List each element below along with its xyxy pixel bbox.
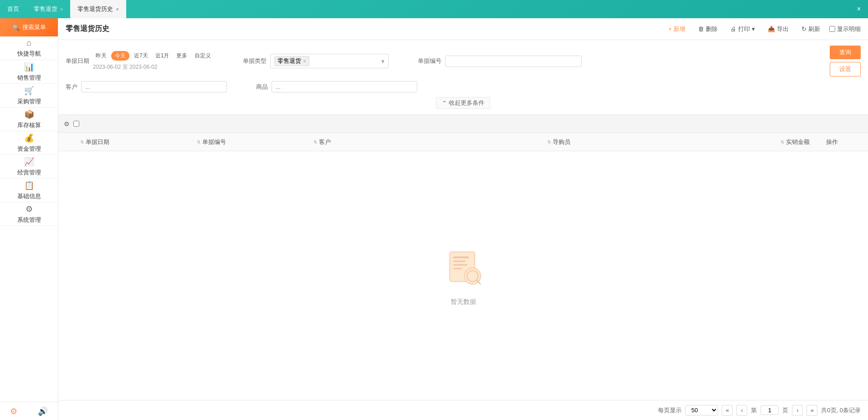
purchase-icon: 🛒 <box>24 86 34 96</box>
prev-page-button[interactable]: ‹ <box>736 405 747 416</box>
filter-goods-label: 商品 <box>256 83 268 91</box>
filter-no-input[interactable] <box>445 56 582 67</box>
table-header: ⇅ 单据日期 ⇅ 单据编号 ⇅ 客户 ⇅ 导购员 ⇅ 实销 <box>58 133 868 151</box>
tab-retail-return-label: 零售退货 <box>34 5 57 13</box>
page-input[interactable] <box>760 405 779 415</box>
delete-button[interactable]: 🗑 删除 <box>694 23 721 35</box>
page-title: 零售退货历史 <box>66 24 109 34</box>
date-shortcut-more[interactable]: 更多 <box>174 51 190 61</box>
th-date: ⇅ 单据日期 <box>80 138 197 146</box>
empty-text: 暂无数据 <box>451 298 476 306</box>
date-shortcut-today[interactable]: 今天 <box>111 51 129 61</box>
sidebar-search-label: 搜索菜单 <box>22 23 46 31</box>
filter-type-label: 单据类型 <box>243 57 267 65</box>
th-sort-date[interactable]: ⇅ <box>80 139 84 144</box>
total-info: 共0页, 0条记录 <box>821 406 861 415</box>
tab-retail-return-close[interactable]: × <box>60 6 63 12</box>
new-button[interactable]: + 新增 <box>665 23 689 35</box>
basic-info-icon: 📋 <box>24 180 34 190</box>
date-shortcut-1month[interactable]: 近1月 <box>153 51 172 61</box>
th-sort-no[interactable]: ⇅ <box>197 139 200 144</box>
filter-customer-input[interactable] <box>81 81 227 92</box>
page-unit: 页 <box>782 406 788 415</box>
table-settings-icon[interactable]: ⚙ <box>64 120 70 128</box>
search-icon: 🔍 <box>12 24 20 31</box>
print-button[interactable]: 🖨 打印 ▾ <box>727 23 759 35</box>
svg-rect-2 <box>453 261 466 262</box>
tab-home[interactable]: 首页 <box>0 0 26 18</box>
filter-type-dropdown-icon: ▾ <box>381 58 385 65</box>
sidebar-item-quick-nav[interactable]: ⌂ 快捷导航 <box>0 36 58 60</box>
date-shortcuts: 昨天 今天 近7天 近1月 更多 自定义 2023-06-02 至 2023-0… <box>93 51 214 71</box>
tab-retail-return[interactable]: 零售退货 × <box>26 0 70 18</box>
display-detail-input[interactable] <box>829 26 835 32</box>
filter-no: 单据编号 <box>418 56 582 67</box>
tab-retail-return-history-close[interactable]: × <box>116 6 118 12</box>
sidebar-item-basic-info[interactable]: 📋 基础信息 <box>0 179 58 202</box>
th-no-label: 单据编号 <box>202 138 226 146</box>
first-page-button[interactable]: « <box>722 405 733 416</box>
date-range-text: 2023-06-02 至 2023-06-02 <box>93 63 214 71</box>
content-area: 零售退货历史 + 新增 🗑 删除 🖨 打印 ▾ 📤 导出 <box>58 18 868 420</box>
sidebar: 🔍 搜索菜单 ⌂ 快捷导航 📊 销售管理 🛒 采购管理 📦 库存核算 💰 <box>0 18 58 420</box>
tab-retail-return-history[interactable]: 零售退货历史 × <box>70 0 126 18</box>
filter-date: 单据日期 昨天 今天 近7天 近1月 更多 自定义 2023-06-02 至 2… <box>66 51 214 71</box>
filter-row-2: 客户 商品 <box>66 81 861 92</box>
filter-date-label: 单据日期 <box>66 57 89 65</box>
sidebar-item-operations[interactable]: 📈 经营管理 <box>0 155 58 179</box>
th-date-label: 单据日期 <box>86 138 109 146</box>
sidebar-item-sales-label: 销售管理 <box>17 74 41 82</box>
sidebar-item-purchase-label: 采购管理 <box>17 97 41 106</box>
date-shortcut-7days[interactable]: 近7天 <box>131 51 151 61</box>
date-shortcut-row: 昨天 今天 近7天 近1月 更多 自定义 <box>93 51 214 61</box>
sidebar-item-system[interactable]: ⚙ 系统管理 <box>0 202 58 226</box>
window-close-button[interactable]: × <box>850 0 868 18</box>
sidebar-item-basic-info-label: 基础信息 <box>17 192 41 200</box>
per-page-select[interactable]: 20 50 100 <box>685 405 718 415</box>
th-customer-label: 客户 <box>319 138 331 146</box>
th-sort-amount[interactable]: ⇅ <box>781 139 784 144</box>
inventory-icon: 📦 <box>24 109 34 119</box>
th-action: 操作 <box>826 138 863 146</box>
sidebar-audio-button[interactable]: 🔊 <box>38 406 48 416</box>
filter-type-select[interactable]: 零售退货 × ▾ <box>270 54 389 68</box>
display-detail-label: 显示明细 <box>837 25 861 33</box>
tab-bar: 首页 零售退货 × 零售退货历史 × <box>0 0 850 18</box>
filter-type-tag-close[interactable]: × <box>303 58 306 64</box>
empty-icon <box>441 245 486 291</box>
next-page-button[interactable]: › <box>792 405 803 416</box>
filter-actions: 查询 设置 <box>830 46 861 77</box>
tab-retail-return-history-label: 零售退货历史 <box>77 5 113 13</box>
sidebar-item-inventory[interactable]: 📦 库存核算 <box>0 108 58 131</box>
page-header: 零售退货历史 + 新增 🗑 删除 🖨 打印 ▾ 📤 导出 <box>58 18 868 40</box>
th-sort-guide[interactable]: ⇅ <box>547 139 551 144</box>
export-button[interactable]: 📤 导出 <box>764 23 792 35</box>
filter-goods-input[interactable] <box>272 81 417 92</box>
date-shortcut-custom[interactable]: 自定义 <box>192 51 214 61</box>
display-detail-checkbox[interactable]: 显示明细 <box>829 25 861 33</box>
date-shortcut-yesterday[interactable]: 昨天 <box>93 51 109 61</box>
sidebar-item-finance[interactable]: 💰 资金管理 <box>0 131 58 155</box>
th-no: ⇅ 单据编号 <box>197 138 313 146</box>
sidebar-item-sales[interactable]: 📊 销售管理 <box>0 60 58 84</box>
sidebar-settings-button[interactable]: ⚙ <box>10 406 17 416</box>
collapse-button[interactable]: ⌃ 收起更多条件 <box>436 97 490 109</box>
last-page-button[interactable]: » <box>806 405 817 416</box>
settings-button[interactable]: 设置 <box>830 62 861 77</box>
filter-row-1: 单据日期 昨天 今天 近7天 近1月 更多 自定义 2023-06-02 至 2… <box>66 46 861 77</box>
sidebar-item-purchase[interactable]: 🛒 采购管理 <box>0 84 58 108</box>
filter-area: 单据日期 昨天 今天 近7天 近1月 更多 自定义 2023-06-02 至 2… <box>58 40 868 115</box>
sidebar-search-button[interactable]: 🔍 搜索菜单 <box>0 18 58 36</box>
sidebar-item-operations-label: 经营管理 <box>17 169 41 177</box>
empty-state: 暂无数据 <box>58 151 868 400</box>
select-all-checkbox[interactable] <box>73 121 79 127</box>
collapse-up-icon: ⌃ <box>442 100 447 107</box>
query-button[interactable]: 查询 <box>830 46 861 59</box>
finance-icon: 💰 <box>24 133 34 143</box>
sales-icon: 📊 <box>24 62 34 72</box>
system-icon: ⚙ <box>26 204 33 214</box>
refresh-button-label: 刷新 <box>808 25 820 33</box>
refresh-button[interactable]: ↻ 刷新 <box>798 23 824 35</box>
th-sort-customer[interactable]: ⇅ <box>313 139 317 144</box>
filter-customer-label: 客户 <box>66 83 77 91</box>
